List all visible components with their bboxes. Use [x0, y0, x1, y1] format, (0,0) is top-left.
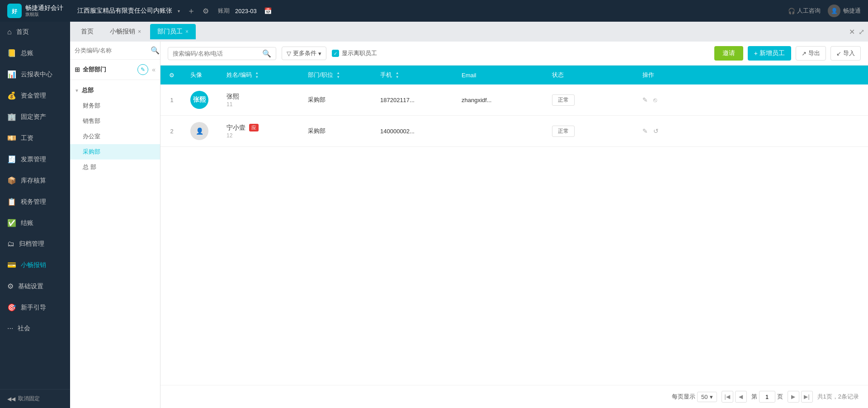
header-add-icon[interactable]: ＋: [185, 5, 197, 16]
dept-item-purchase-label: 采购部: [83, 148, 100, 156]
sidebar-item-archive[interactable]: 🗂 归档管理: [0, 234, 70, 254]
col-settings-icon[interactable]: ⚙: [169, 72, 175, 79]
prev-page-button[interactable]: ◀: [735, 391, 747, 403]
import-button[interactable]: ↙ 导入: [830, 46, 861, 61]
unpin-button[interactable]: ◀◀ 取消固定: [0, 389, 70, 408]
service-label: 人工咨询: [797, 7, 821, 15]
dept-search-icon[interactable]: 🔍: [151, 46, 160, 55]
all-dept-label[interactable]: ⊞ 全部部门: [75, 66, 106, 74]
user-area[interactable]: 👤 畅捷通: [828, 5, 861, 17]
employee-name: 张熙: [226, 93, 239, 101]
dept-search-input[interactable]: [75, 47, 151, 54]
col-name-code[interactable]: 姓名/编码 ▲▼: [219, 66, 301, 84]
sidebar-label-funds: 资金管理: [21, 92, 46, 100]
sidebar-item-more[interactable]: ··· 社会: [0, 318, 70, 339]
col-avatar: 头像: [183, 66, 219, 84]
next-page-button[interactable]: ▶: [788, 391, 799, 403]
sidebar-item-settings[interactable]: ⚙ 基础设置: [0, 276, 70, 297]
col-dept-pos[interactable]: 部门/职位 ▲▼: [301, 66, 373, 84]
per-page-value: 50: [701, 394, 708, 400]
avatar: 张熙: [190, 91, 208, 109]
import-label: 导入: [843, 49, 855, 57]
sidebar-label-invoice: 发票管理: [21, 155, 46, 164]
tab-home[interactable]: 首页: [74, 24, 101, 39]
add-icon: +: [754, 50, 758, 57]
sidebar-label-assets: 固定资产: [21, 113, 46, 121]
sidebar-item-ledger[interactable]: 📒 总账: [0, 42, 70, 64]
filter-chevron-icon: ▾: [318, 50, 321, 57]
refresh-icon[interactable]: ↺: [653, 127, 659, 135]
show-inactive-toggle[interactable]: ✓ 显示离职员工: [332, 49, 377, 57]
add-employee-button[interactable]: + 新增员工: [748, 46, 791, 61]
row-actions: ✎↺: [635, 116, 868, 147]
dept-item-finance[interactable]: 财务部: [70, 98, 160, 113]
sidebar-item-inventory[interactable]: 📦 库存核算: [0, 170, 70, 191]
sidebar-label-expense: 小畅报销: [21, 261, 46, 269]
sidebar-item-assets[interactable]: 🏢 固定资产: [0, 106, 70, 127]
dept-item-sales[interactable]: 销售部: [70, 113, 160, 129]
header-right: 🎧 人工咨询 👤 畅捷通: [788, 5, 861, 17]
per-page-label: 每页显示: [672, 393, 695, 401]
filter-label: 更多条件: [293, 49, 316, 57]
search-input[interactable]: [173, 50, 259, 57]
search-icon[interactable]: 🔍: [262, 49, 271, 58]
sidebar-item-funds[interactable]: 💰 资金管理: [0, 85, 70, 106]
funds-icon: 💰: [7, 91, 16, 100]
export-icon: ↗: [802, 50, 807, 57]
page-number-input[interactable]: [759, 391, 775, 403]
tab-dept-employee[interactable]: 部门员工 ×: [150, 24, 196, 39]
sidebar-item-home[interactable]: ⌂ 首页: [0, 22, 70, 42]
col-settings[interactable]: ⚙: [160, 66, 183, 84]
status-badge: 正常: [552, 126, 575, 137]
col-email: Email: [454, 66, 545, 84]
employee-code: 12: [226, 132, 232, 139]
per-page-dropdown[interactable]: 50 ▾: [697, 392, 717, 402]
logo-area: 好 畅捷通好会计 旗舰版: [7, 4, 77, 18]
last-page-button[interactable]: ▶|: [801, 391, 813, 403]
tab-dept-employee-label: 部门员工: [157, 28, 183, 36]
dept-item-hq2[interactable]: 总 部: [70, 159, 160, 175]
invite-button[interactable]: 邀请: [714, 46, 743, 61]
app-edition: 旗舰版: [25, 11, 63, 18]
dept-edit-button[interactable]: ✎: [137, 64, 148, 75]
dept-item-hq[interactable]: ▼ 总部: [70, 83, 160, 98]
dept-collapse-icon[interactable]: «: [152, 66, 156, 73]
company-dropdown-icon[interactable]: ▾: [178, 9, 180, 14]
logout-icon[interactable]: ⎋: [653, 96, 657, 103]
service-button[interactable]: 🎧 人工咨询: [788, 7, 821, 15]
edit-icon[interactable]: ✎: [642, 127, 648, 135]
expand-icon[interactable]: ⤢: [859, 28, 864, 36]
tab-expense-close-icon[interactable]: ×: [138, 28, 141, 35]
sidebar-item-reports[interactable]: 📊 云报表中心: [0, 64, 70, 85]
calendar-icon[interactable]: 📅: [264, 7, 272, 14]
tab-expense[interactable]: 小畅报销 ×: [103, 24, 148, 39]
guide-icon: 🎯: [7, 303, 16, 312]
filter-button[interactable]: ▽ 更多条件 ▾: [282, 47, 326, 60]
sidebar-label-more: 社会: [18, 324, 30, 333]
ledger-icon: 📒: [7, 49, 16, 57]
inventory-icon: 📦: [7, 176, 16, 185]
sidebar-item-guide[interactable]: 🎯 新手引导: [0, 297, 70, 318]
sidebar-item-settle[interactable]: ✅ 结账: [0, 212, 70, 234]
dept-item-purchase[interactable]: 采购部: [70, 144, 160, 159]
mobile-sort-arrows: ▲▼: [396, 71, 399, 79]
dept-item-sales-label: 销售部: [83, 117, 100, 125]
tab-dept-employee-close-icon[interactable]: ×: [185, 28, 189, 35]
page-size-select: 每页显示 50 ▾: [672, 392, 717, 402]
first-page-button[interactable]: |◀: [722, 391, 733, 403]
sidebar-label-payroll: 工资: [21, 134, 33, 142]
logo-icon: 好: [7, 4, 22, 18]
sidebar-item-invoice[interactable]: 🧾 发票管理: [0, 149, 70, 170]
header-settings-icon[interactable]: ⚙: [203, 7, 209, 15]
status-badge: 正常: [552, 94, 575, 106]
close-tab-icon[interactable]: ✕: [849, 28, 855, 36]
dept-item-hq-label: 总部: [82, 86, 94, 94]
show-inactive-checkbox[interactable]: ✓: [332, 50, 339, 57]
sidebar-item-tax[interactable]: 📋 税务管理: [0, 191, 70, 212]
sidebar-item-payroll[interactable]: 💴 工资: [0, 127, 70, 149]
edit-icon[interactable]: ✎: [642, 96, 648, 103]
export-button[interactable]: ↗ 导出: [796, 46, 826, 61]
col-mobile[interactable]: 手机 ▲▼: [373, 66, 454, 84]
sidebar-item-expense[interactable]: 💳 小畅报销: [0, 254, 70, 276]
dept-item-office[interactable]: 办公室: [70, 129, 160, 144]
